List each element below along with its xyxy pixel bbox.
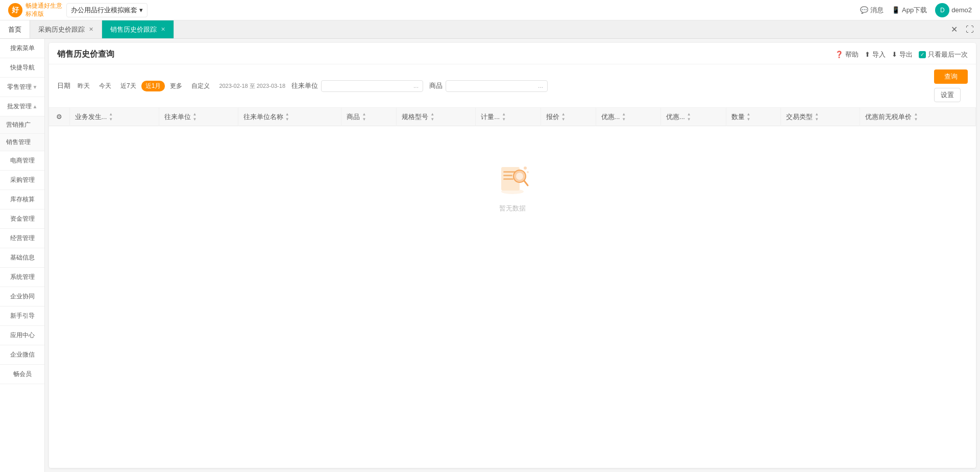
enterprise-collab-label: 企业协同 <box>10 292 35 301</box>
col-quantity: 数量 ▲▼ <box>726 108 781 126</box>
user-area[interactable]: D demo2 <box>935 3 972 17</box>
phone-icon: 📱 <box>892 6 900 14</box>
app-download-btn[interactable]: 📱 App下载 <box>892 6 927 15</box>
date-btn-last1m[interactable]: 近1月 <box>141 81 165 91</box>
partner-input[interactable] <box>326 82 411 90</box>
tab-sales-close-icon[interactable]: ✕ <box>161 26 165 33</box>
col-product-sort[interactable]: 商品 ▲▼ <box>347 112 391 122</box>
close-tab-btn[interactable]: ✕ <box>949 23 960 35</box>
tab-sales-history[interactable]: 销售历史价跟踪 ✕ <box>102 20 174 38</box>
sort-arrows-discount1: ▲▼ <box>622 112 626 122</box>
date-btn-yesterday[interactable]: 昨天 <box>74 81 94 91</box>
date-range-text: 2023-02-18 至 2023-03-18 <box>219 82 285 90</box>
finance-label: 资金管理 <box>10 215 35 223</box>
partner-dots-btn[interactable]: ... <box>413 82 419 89</box>
ecommerce-label: 电商管理 <box>10 156 35 165</box>
col-trade-type: 交易类型 ▲▼ <box>781 108 860 126</box>
col-unit-sort[interactable]: 计量... ▲▼ <box>481 112 535 122</box>
col-quantity-sort[interactable]: 数量 ▲▼ <box>731 112 776 122</box>
col-discount2-sort[interactable]: 优惠... ▲▼ <box>666 112 721 122</box>
header-left: 好 畅捷通好生意 标准版 办公用品行业模拟账套 ▾ <box>8 2 148 18</box>
date-btn-last7[interactable]: 近7天 <box>116 81 140 91</box>
sidebar-item-enterprise-collab[interactable]: 企业协同 <box>0 287 44 306</box>
col-biz-date-sort[interactable]: 业务发生... ▲▼ <box>75 112 154 122</box>
date-btn-today[interactable]: 今天 <box>95 81 115 91</box>
table-header-row: ⚙ 业务发生... ▲▼ 往来单位 <box>49 108 976 126</box>
tab-purchase-history-label: 采购历史价跟踪 <box>38 25 85 34</box>
sidebar-item-search-menu[interactable]: 搜索菜单 <box>0 39 44 58</box>
app-center-label: 应用中心 <box>10 331 35 340</box>
col-settings[interactable]: ⚙ <box>49 108 69 126</box>
product-dots-btn[interactable]: ... <box>538 82 543 89</box>
partner-label: 往来单位 <box>291 81 318 90</box>
tab-bar-actions: ✕ ⛶ <box>945 20 980 38</box>
col-spec-sort[interactable]: 规格型号 ▲▼ <box>402 112 470 122</box>
sidebar-item-operations[interactable]: 经营管理 <box>0 229 44 248</box>
sidebar-item-retail-mgmt[interactable]: 零售管理 ▼ <box>0 78 44 97</box>
partner-filter-group: 往来单位 ... <box>291 80 423 92</box>
date-btn-custom[interactable]: 自定义 <box>187 81 214 91</box>
svg-point-9 <box>527 171 529 173</box>
dropdown-icon: ▾ <box>139 6 143 14</box>
sidebar-item-enterprise-wechat[interactable]: 企业微信 <box>0 345 44 365</box>
content-area: 销售历史价查询 ❓ 帮助 ⬆ 导入 ⬇ 导出 ✓ <box>45 39 980 472</box>
col-discount2: 优惠... ▲▼ <box>661 108 726 126</box>
chevron-up-icon: ▲ <box>33 104 38 109</box>
import-icon: ⬆ <box>865 51 870 58</box>
sidebar-item-system-mgmt[interactable]: 系统管理 <box>0 268 44 287</box>
inventory-label: 库存核算 <box>10 195 35 204</box>
settings-button[interactable]: 设置 <box>934 88 961 102</box>
checkbox-icon: ✓ <box>919 51 926 58</box>
partner-input-wrap: ... <box>321 80 423 92</box>
tab-home[interactable]: 首页 <box>0 20 30 38</box>
col-discount1: 优惠... ▲▼ <box>596 108 661 126</box>
top-header: 好 畅捷通好生意 标准版 办公用品行业模拟账套 ▾ 💬 消息 📱 App下载 D… <box>0 0 980 20</box>
tab-purchase-close-icon[interactable]: ✕ <box>89 26 93 33</box>
col-discount1-sort[interactable]: 优惠... ▲▼ <box>601 112 656 122</box>
sidebar-item-app-center[interactable]: 应用中心 <box>0 326 44 345</box>
col-partner-name-sort[interactable]: 往来单位名称 ▲▼ <box>243 112 336 122</box>
only-last-checkbox[interactable]: ✓ 只看最后一次 <box>919 50 968 59</box>
message-btn[interactable]: 💬 消息 <box>860 6 884 15</box>
company-name: 办公用品行业模拟账套 <box>71 6 137 15</box>
sidebar-item-wholesale-mgmt[interactable]: 批发管理 ▲ <box>0 97 44 116</box>
query-button[interactable]: 查询 <box>934 69 968 84</box>
col-partner-code: 往来单位 ▲▼ <box>159 108 238 126</box>
import-btn[interactable]: ⬆ 导入 <box>865 50 886 59</box>
help-btn[interactable]: ❓ 帮助 <box>835 50 859 59</box>
product-input[interactable] <box>450 82 536 90</box>
logo-area: 好 畅捷通好生意 标准版 <box>8 2 62 18</box>
date-btn-more[interactable]: 更多 <box>166 81 186 91</box>
col-quote-sort[interactable]: 报价 ▲▼ <box>546 112 591 122</box>
export-icon: ⬇ <box>892 51 897 58</box>
enterprise-wechat-label: 企业微信 <box>10 350 35 359</box>
beginner-guide-label: 新手引导 <box>10 312 35 320</box>
page-header: 销售历史价查询 ❓ 帮助 ⬆ 导入 ⬇ 导出 ✓ <box>49 43 976 64</box>
page-header-actions: ❓ 帮助 ⬆ 导入 ⬇ 导出 ✓ 只看最后一次 <box>835 50 968 59</box>
svg-rect-3 <box>503 175 512 176</box>
data-table: ⚙ 业务发生... ▲▼ 往来单位 <box>49 108 976 126</box>
sidebar-item-vip[interactable]: 畅会员 <box>0 365 44 384</box>
marketing-label: 营销推广 <box>6 121 31 129</box>
page-title: 销售历史价查询 <box>57 49 114 60</box>
tab-purchase-history[interactable]: 采购历史价跟踪 ✕ <box>30 20 102 38</box>
sort-arrows-trade-type: ▲▼ <box>815 112 819 122</box>
col-trade-type-sort[interactable]: 交易类型 ▲▼ <box>786 112 854 122</box>
sidebar-item-quick-nav[interactable]: 快捷导航 <box>0 58 44 78</box>
sidebar-item-basic-info[interactable]: 基础信息 <box>0 248 44 268</box>
company-selector[interactable]: 办公用品行业模拟账套 ▾ <box>66 3 148 17</box>
sidebar-item-finance[interactable]: 资金管理 <box>0 209 44 229</box>
sidebar-item-inventory[interactable]: 库存核算 <box>0 190 44 209</box>
sidebar-item-purchase[interactable]: 采购管理 <box>0 171 44 190</box>
sort-arrows-discount2: ▲▼ <box>687 112 691 122</box>
main-layout: 搜索菜单 快捷导航 零售管理 ▼ 批发管理 ▲ 营销推广 销售管理 电商管理 采… <box>0 39 980 472</box>
retail-mgmt-label: 零售管理 <box>7 83 32 91</box>
sidebar-item-marketing[interactable]: 营销推广 <box>0 116 44 134</box>
export-btn[interactable]: ⬇ 导出 <box>892 50 913 59</box>
sidebar-item-beginner-guide[interactable]: 新手引导 <box>0 306 44 326</box>
fullscreen-btn[interactable]: ⛶ <box>964 24 976 35</box>
sidebar-item-sales-mgmt[interactable]: 销售管理 <box>0 134 44 151</box>
col-pretax-price-sort[interactable]: 优惠前无税单价 ▲▼ <box>865 112 970 122</box>
col-partner-code-sort[interactable]: 往来单位 ▲▼ <box>164 112 233 122</box>
sidebar-item-ecommerce[interactable]: 电商管理 <box>0 151 44 171</box>
